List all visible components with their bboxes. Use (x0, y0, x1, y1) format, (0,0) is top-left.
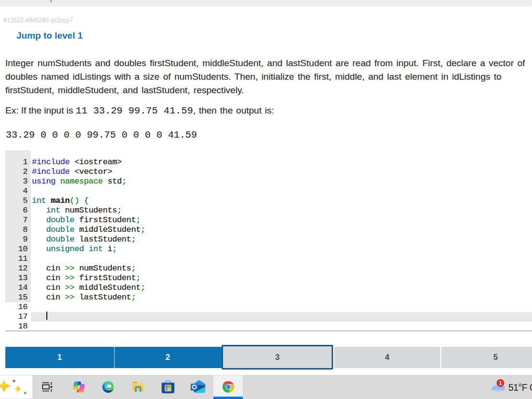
svg-text:1: 1 (499, 380, 502, 386)
